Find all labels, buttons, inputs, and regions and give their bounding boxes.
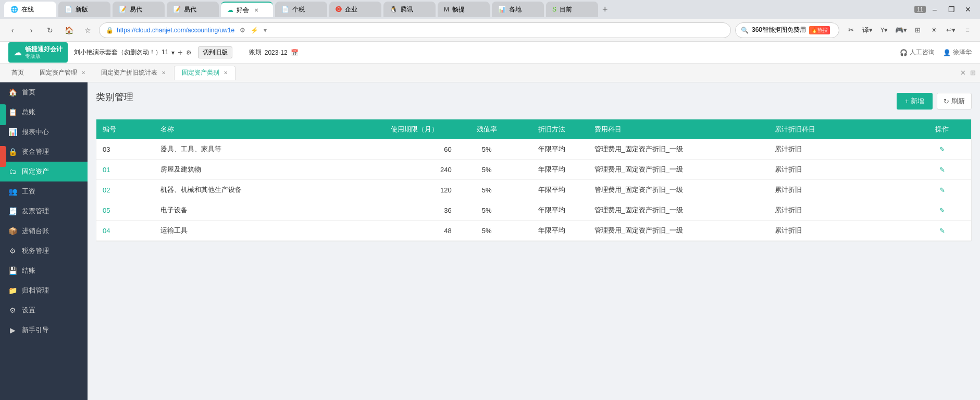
expand-btn[interactable]: ▾	[264, 27, 267, 34]
switch-to-old-btn[interactable]: 切到旧版	[198, 46, 232, 58]
close-haohui-tab[interactable]: ✕	[254, 7, 258, 13]
add-tab-btn[interactable]: +	[602, 4, 608, 15]
side-tab-top[interactable]	[0, 104, 6, 125]
sidebar-item-settings[interactable]: ⚙ 设置	[0, 300, 88, 320]
sidebar-item-invoice[interactable]: 🧾 发票管理	[0, 201, 88, 221]
minimize-btn[interactable]: –	[927, 2, 942, 17]
restore-btn[interactable]: ❐	[944, 2, 959, 17]
nav-refresh[interactable]: ↻	[43, 23, 57, 38]
nav-back[interactable]: ‹	[5, 23, 20, 38]
row2-code-link[interactable]: 01	[103, 166, 110, 174]
refresh-btn[interactable]: ↻ 刷新	[937, 93, 972, 110]
edit-icon-row5[interactable]: ✎	[939, 227, 945, 235]
tab-fixed-asset-mgmt-label: 固定资产管理	[40, 68, 77, 77]
nav-forward[interactable]: ›	[24, 23, 39, 38]
nav-home[interactable]: 🏠	[61, 23, 76, 38]
browser-tab-online[interactable]: 🌐 在线	[4, 2, 56, 17]
sidebar-item-archive[interactable]: 📁 归档管理	[0, 281, 88, 300]
table-row: 03 器具、工具、家具等 60 5% 年限平均 管理费用_固定资产折旧_一级 累…	[96, 139, 971, 160]
close-category-tab[interactable]: ✕	[224, 70, 228, 76]
sidebar-item-inventory-label: 进销台账	[22, 226, 49, 236]
search-text: 360智能抠图免费用	[752, 26, 806, 34]
tab-fixed-asset-category[interactable]: 固定资产类别 ✕	[174, 66, 235, 80]
browser-tab-haohui[interactable]: ☁ 好会 ✕	[221, 2, 273, 17]
sidebar-item-tax[interactable]: ⚙ 税务管理	[0, 241, 88, 261]
close-panel-icon[interactable]: ✕	[960, 69, 966, 77]
tab-icon-haohui: ☁	[227, 6, 233, 14]
search-bar[interactable]: 🔍 360智能抠图免费用 🔥热搜	[735, 22, 839, 38]
row1-code: 03	[96, 139, 154, 160]
browser-tab-yidai1[interactable]: 📝 易代	[113, 2, 165, 17]
row4-name: 电子设备	[154, 200, 371, 221]
undo-tool[interactable]: ↩▾	[944, 23, 958, 38]
address-bar[interactable]: 🔒 https://cloud.chanjet.com/accounting/u…	[99, 22, 731, 38]
settings-gear-icon[interactable]: ⚙	[186, 49, 192, 56]
sidebar-item-ledger[interactable]: 📋 总账	[0, 102, 88, 122]
row3-action[interactable]: ✎	[913, 180, 971, 200]
close-btn[interactable]: ✕	[960, 2, 976, 17]
row2-action[interactable]: ✎	[913, 160, 971, 180]
user-avatar[interactable]: 👤 徐泽华	[943, 48, 972, 57]
close-fixed-asset-mgmt-tab[interactable]: ✕	[81, 70, 85, 76]
row1-subject: 管理费用_固定资产折旧_一级	[588, 139, 769, 160]
grid-tool[interactable]: ⊞	[910, 23, 925, 38]
sidebar-item-guide[interactable]: ▶ 新手引导	[0, 320, 88, 340]
browser-tab-muqian[interactable]: S 目前	[546, 2, 598, 17]
add-account-btn[interactable]: +	[178, 48, 182, 57]
logo-line1: 畅捷通好会计	[25, 45, 63, 53]
period-value: 2023-12	[265, 49, 288, 56]
yuan-tool[interactable]: ¥▾	[877, 23, 891, 38]
calendar-icon[interactable]: 📅	[291, 49, 299, 56]
tab-home[interactable]: 首页	[4, 66, 31, 80]
sidebar-item-funds[interactable]: 🔒 资金管理	[0, 142, 88, 162]
edit-icon-row2[interactable]: ✎	[939, 166, 945, 174]
row1-action[interactable]: ✎	[913, 139, 971, 160]
browser-tab-yidai2-label: 易代	[184, 5, 196, 14]
translate-tool[interactable]: 译▾	[860, 23, 875, 38]
sidebar-item-payroll[interactable]: 👥 工资	[0, 181, 88, 201]
sidebar-item-funds-label: 资金管理	[22, 147, 49, 156]
expand-panel-icon[interactable]: ⊞	[970, 69, 976, 77]
browser-tab-gedi[interactable]: 📊 各地	[492, 2, 544, 17]
browser-tab-geshui[interactable]: 📄 个税	[275, 2, 327, 17]
sidebar-item-reports[interactable]: 📊 报表中心	[0, 122, 88, 142]
sidebar-item-invoice-label: 发票管理	[22, 207, 49, 216]
boost-icon[interactable]: ⚡	[251, 27, 258, 34]
row4-code-link[interactable]: 05	[103, 207, 110, 214]
dropdown-arrow[interactable]: ▾	[171, 49, 175, 56]
browser-tab-enterprise[interactable]: 🅒 企业	[329, 2, 381, 17]
ai-consult-btn[interactable]: 🎧 人工咨询	[900, 48, 935, 57]
browser-chrome: 🌐 在线 📄 新版 📝 易代 📝 易代 ☁ 好会 ✕ 📄 个税 🅒 企业	[0, 0, 980, 42]
tab-fixed-asset-depreciation[interactable]: 固定资产折旧统计表 ✕	[94, 66, 173, 80]
archive-icon: 📁	[8, 286, 17, 295]
game-tool[interactable]: 🎮▾	[894, 23, 908, 38]
brightness-tool[interactable]: ☀	[927, 23, 941, 38]
content-header: 类别管理 + 新增 ↻ 刷新	[96, 91, 972, 112]
sidebar-item-home[interactable]: 🏠 首页	[0, 82, 88, 102]
sidebar-item-fixed-assets[interactable]: 🗂 固定资产	[0, 162, 88, 181]
add-category-btn[interactable]: + 新增	[897, 93, 933, 110]
nav-bookmark[interactable]: ☆	[80, 23, 95, 38]
row5-action[interactable]: ✎	[913, 221, 971, 241]
browser-tab-yidai2[interactable]: 📝 易代	[167, 2, 219, 17]
cut-tool[interactable]: ✂	[843, 23, 858, 38]
sidebar-item-settlement[interactable]: 💾 结账	[0, 261, 88, 281]
sidebar-item-ledger-label: 总账	[22, 107, 35, 117]
row3-code-link[interactable]: 02	[103, 186, 110, 194]
row4-action[interactable]: ✎	[913, 200, 971, 221]
close-depreciation-tab[interactable]: ✕	[162, 70, 166, 76]
browser-tab-tencent[interactable]: 🐧 腾讯	[383, 2, 436, 17]
site-info-btn[interactable]: ⚙	[240, 27, 245, 34]
menu-btn[interactable]: ≡	[960, 23, 975, 38]
browser-tab-changte[interactable]: M 畅提	[438, 2, 490, 17]
sidebar-item-settlement-label: 结账	[22, 266, 35, 275]
edit-icon-row3[interactable]: ✎	[939, 186, 945, 194]
th-method: 折旧方法	[516, 119, 588, 139]
tab-fixed-asset-mgmt[interactable]: 固定资产管理 ✕	[32, 66, 93, 80]
row5-code-link[interactable]: 04	[103, 227, 110, 235]
side-tab-bottom[interactable]	[0, 146, 6, 167]
edit-icon-row1[interactable]: ✎	[939, 146, 945, 153]
edit-icon-row4[interactable]: ✎	[939, 207, 945, 214]
browser-tab-new[interactable]: 📄 新版	[58, 2, 110, 17]
sidebar-item-inventory[interactable]: 📦 进销台账	[0, 221, 88, 241]
